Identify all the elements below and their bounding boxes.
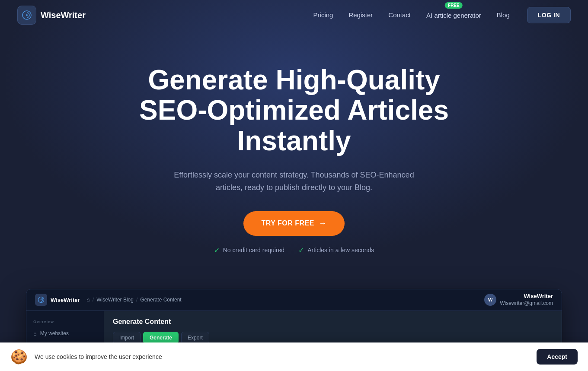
- home-icon: ⌂: [33, 330, 37, 337]
- dash-user-area: W WiseWriter Wisewriter@gmail.com: [484, 293, 553, 307]
- dash-logo-icon: [35, 294, 47, 306]
- arrow-icon: →: [319, 219, 327, 228]
- svg-point-3: [41, 299, 42, 301]
- nav-item-contact[interactable]: Contact: [388, 11, 411, 19]
- home-icon: ⌂: [87, 297, 90, 303]
- sidebar-item-my-websites[interactable]: ⌂ My websites: [26, 327, 104, 340]
- nav-item-register[interactable]: Register: [348, 11, 373, 19]
- dashboard-topbar: WiseWriter ⌂ / WiseWriter Blog / Generat…: [26, 289, 562, 311]
- page-title: Generate Content: [113, 318, 553, 326]
- cookie-icon: 🍪: [10, 349, 28, 365]
- avatar: W: [484, 294, 496, 306]
- generate-button[interactable]: Generate: [143, 332, 179, 344]
- breadcrumb: ⌂ / WiseWriter Blog / Generate Content: [87, 297, 478, 303]
- dash-logo: WiseWriter: [35, 294, 80, 306]
- sidebar-overview-label: Overview: [26, 318, 104, 327]
- nav-links: Pricing Register Contact FREE AI article…: [313, 11, 510, 19]
- toolbar: Import Generate Export: [113, 332, 553, 344]
- nav-item-pricing[interactable]: Pricing: [313, 11, 333, 19]
- accept-button[interactable]: Accept: [537, 349, 578, 365]
- login-button[interactable]: LOG IN: [527, 7, 571, 23]
- dash-logo-text: WiseWriter: [51, 297, 80, 303]
- nav-item-article-generator[interactable]: FREE AI article generator: [426, 12, 481, 19]
- check-icon: ✓: [298, 246, 304, 254]
- cta-button[interactable]: TRY FOR FREE →: [243, 211, 345, 236]
- logo[interactable]: WiseWriter: [17, 6, 86, 25]
- cookie-banner: 🍪 We use cookies to improve the user exp…: [0, 342, 588, 371]
- trust-badges: ✓ No credit card required ✓ Articles in …: [9, 246, 579, 254]
- cookie-text: We use cookies to improve the user exper…: [35, 353, 530, 360]
- nav-item-blog[interactable]: Blog: [497, 11, 510, 19]
- free-badge: FREE: [445, 2, 463, 9]
- import-button[interactable]: Import: [113, 332, 141, 344]
- hero-section: Generate High-Quality SEO-Optimized Arti…: [0, 30, 588, 280]
- logo-icon: [17, 6, 36, 25]
- main-nav: WiseWriter Pricing Register Contact FREE…: [0, 0, 588, 30]
- export-button[interactable]: Export: [181, 332, 209, 344]
- check-icon: ✓: [214, 246, 220, 254]
- username-display: WiseWriter Wisewriter@gmail.com: [500, 293, 553, 307]
- trust-badge-no-cc: ✓ No credit card required: [214, 246, 284, 254]
- hero-subtext: Effortlessly scale your content strategy…: [164, 169, 424, 194]
- logo-text: WiseWriter: [41, 10, 86, 20]
- svg-point-1: [26, 14, 28, 16]
- trust-badge-fast: ✓ Articles in a few seconds: [298, 246, 374, 254]
- hero-headline: Generate High-Quality SEO-Optimized Arti…: [99, 65, 489, 156]
